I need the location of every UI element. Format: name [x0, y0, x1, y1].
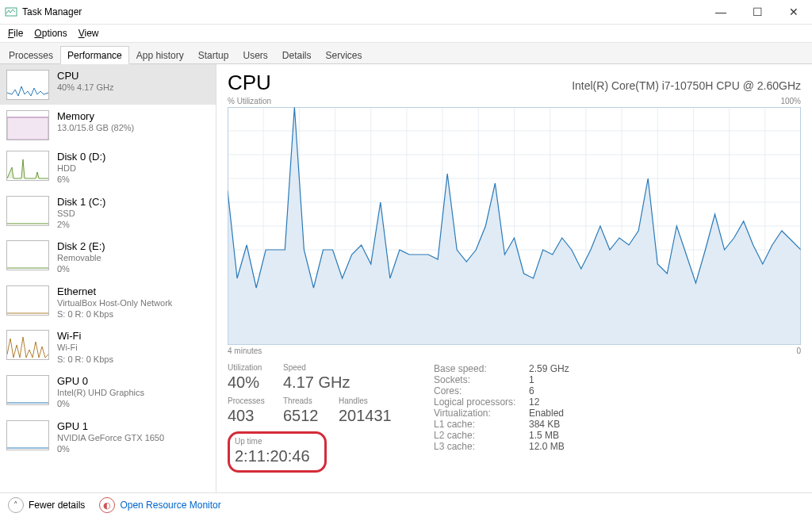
chart-label-top-right: 100%	[780, 97, 801, 105]
uptime-value: 2:11:20:46	[235, 447, 310, 465]
chart-label-top-left: % Utilization	[228, 97, 271, 105]
utilization-chart	[228, 107, 801, 345]
sidebar-item-title: Disk 0 (D:)	[57, 151, 105, 163]
sidebar-item-title: GPU 0	[57, 375, 144, 387]
disk0-thumbnail-chart	[6, 151, 49, 181]
svg-rect-3	[7, 117, 48, 140]
threads-label: Threads	[283, 396, 339, 405]
sockets-key: Sockets:	[434, 374, 529, 385]
cpu-detail-panel: CPU Intel(R) Core(TM) i7-10750H CPU @ 2.…	[216, 64, 812, 492]
sidebar-item-title: Wi-Fi	[57, 330, 113, 342]
cpu-thumbnail-chart	[6, 70, 49, 100]
cores-key: Cores:	[434, 385, 529, 396]
panel-title: CPU	[228, 71, 271, 95]
sidebar-item-sub: Wi-Fi	[57, 342, 113, 353]
processes-label: Processes	[228, 396, 283, 405]
sidebar-item-sub: NVIDIA GeForce GTX 1650	[57, 432, 164, 443]
svg-rect-7	[7, 241, 48, 270]
threads-value: 6512	[283, 407, 339, 425]
tab-strip: ProcessesPerformanceApp historyStartupUs…	[0, 43, 812, 64]
menu-options[interactable]: Options	[29, 26, 71, 40]
sidebar-item-sub: S: 0 R: 0 Kbps	[57, 308, 172, 320]
menu-bar: File Options View	[0, 25, 812, 43]
cores-val: 6	[529, 385, 534, 396]
l1-key: L1 cache:	[434, 419, 529, 430]
uptime-label: Up time	[235, 437, 310, 446]
sidebar-item-sub: Intel(R) UHD Graphics	[57, 387, 144, 398]
sidebar-item-disk2[interactable]: Disk 2 (E:)Removable0%	[0, 235, 216, 280]
sidebar-item-sub: Removable	[57, 252, 105, 263]
title-bar: Task Manager — ☐ ✕	[0, 0, 812, 25]
sidebar-item-sub: HDD	[57, 163, 105, 174]
bottom-bar: ˄ Fewer details ◐ Open Resource Monitor	[0, 492, 812, 517]
sidebar-item-sub: 2%	[57, 219, 105, 230]
sidebar-item-sub: 6%	[57, 174, 105, 185]
disk1-thumbnail-chart	[6, 196, 49, 226]
chart-label-bottom-left: 4 minutes	[228, 347, 262, 355]
l1-val: 384 KB	[529, 419, 560, 430]
sidebar-item-sub: 40% 4.17 GHz	[57, 82, 114, 93]
chevron-up-icon: ˄	[8, 497, 24, 513]
sidebar-item-ethernet[interactable]: EthernetVirtualBox Host-Only NetworkS: 0…	[0, 280, 216, 325]
sidebar-item-sub: VirtualBox Host-Only Network	[57, 297, 172, 308]
disk2-thumbnail-chart	[6, 240, 49, 270]
sidebar-item-sub: 13.0/15.8 GB (82%)	[57, 122, 134, 133]
speed-label: Speed	[283, 363, 370, 372]
menu-file[interactable]: File	[3, 26, 28, 40]
tab-services[interactable]: Services	[319, 46, 370, 63]
cpu-model: Intel(R) Core(TM) i7-10750H CPU @ 2.60GH…	[572, 79, 801, 92]
sidebar-item-cpu[interactable]: CPU40% 4.17 GHz	[0, 64, 216, 105]
sidebar-item-sub: 0%	[57, 443, 164, 454]
sidebar-item-sub: 0%	[57, 398, 144, 409]
close-button[interactable]: ✕	[776, 0, 812, 24]
tab-performance[interactable]: Performance	[60, 46, 129, 64]
performance-sidebar: CPU40% 4.17 GHzMemory13.0/15.8 GB (82%)D…	[0, 64, 216, 492]
handles-label: Handles	[339, 396, 402, 405]
tab-processes[interactable]: Processes	[2, 46, 60, 63]
l2-key: L2 cache:	[434, 430, 529, 441]
lprocs-val: 12	[529, 396, 539, 408]
tab-users[interactable]: Users	[236, 46, 274, 63]
gpu0-thumbnail-chart	[6, 375, 49, 405]
svg-rect-13	[7, 421, 48, 450]
sidebar-item-disk1[interactable]: Disk 1 (C:)SSD2%	[0, 190, 216, 236]
memory-thumbnail-chart	[6, 110, 49, 140]
resmon-icon: ◐	[99, 497, 115, 513]
tab-startup[interactable]: Startup	[191, 46, 236, 63]
open-resource-monitor-link[interactable]: ◐ Open Resource Monitor	[99, 497, 220, 513]
sidebar-item-title: GPU 1	[57, 420, 164, 432]
sidebar-item-disk0[interactable]: Disk 0 (D:)HDD6%	[0, 145, 216, 190]
sidebar-item-title: CPU	[57, 70, 114, 82]
minimize-button[interactable]: —	[703, 0, 739, 24]
sidebar-item-title: Ethernet	[57, 285, 172, 297]
svg-rect-11	[7, 376, 48, 404]
base-speed-key: Base speed:	[434, 363, 529, 374]
fewer-details-button[interactable]: ˄ Fewer details	[8, 497, 85, 513]
open-resmon-label: Open Resource Monitor	[120, 500, 220, 511]
sidebar-item-gpu1[interactable]: GPU 1NVIDIA GeForce GTX 16500%	[0, 415, 216, 460]
menu-view[interactable]: View	[74, 26, 104, 40]
sidebar-item-gpu0[interactable]: GPU 0Intel(R) UHD Graphics0%	[0, 370, 216, 415]
l3-key: L3 cache:	[434, 441, 529, 452]
tab-details[interactable]: Details	[275, 46, 319, 63]
svg-rect-8	[7, 286, 48, 315]
uptime-highlight: Up time 2:11:20:46	[228, 431, 327, 473]
sidebar-item-title: Memory	[57, 110, 134, 122]
virt-val: Enabled	[529, 408, 564, 419]
app-icon	[5, 6, 17, 18]
sidebar-item-wifi[interactable]: Wi-FiWi-FiS: 0 R: 0 Kbps	[0, 324, 216, 370]
sockets-val: 1	[529, 374, 534, 385]
sidebar-item-memory[interactable]: Memory13.0/15.8 GB (82%)	[0, 105, 216, 145]
handles-value: 201431	[339, 407, 402, 425]
sidebar-item-sub: SSD	[57, 208, 105, 219]
chart-label-bottom-right: 0	[796, 347, 801, 355]
speed-value: 4.17 GHz	[283, 373, 370, 392]
utilization-label: Utilization	[228, 363, 283, 372]
sidebar-item-title: Disk 2 (E:)	[57, 240, 105, 252]
lprocs-key: Logical processors:	[434, 396, 529, 408]
utilization-value: 40%	[228, 373, 283, 392]
wifi-thumbnail-chart	[6, 330, 49, 360]
sidebar-item-sub: 0%	[57, 263, 105, 274]
tab-app-history[interactable]: App history	[129, 46, 191, 63]
maximize-button[interactable]: ☐	[739, 0, 776, 24]
